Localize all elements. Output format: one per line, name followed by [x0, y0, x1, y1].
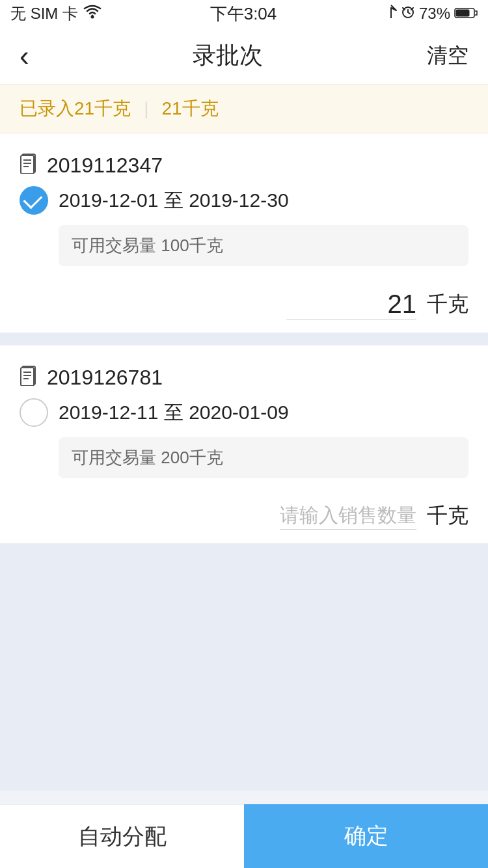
quantity-unit-2: 千克 [427, 502, 468, 530]
batch-radio-1[interactable] [20, 186, 48, 215]
quantity-unit-1: 千克 [427, 290, 468, 319]
sim-status: 无 SIM 卡 [10, 3, 78, 24]
alarm-icon [401, 5, 415, 23]
recorded-label: 已录入21千克 [20, 96, 131, 121]
batch-header-1: 2019112347 [20, 153, 468, 178]
clear-button[interactable]: 清空 [427, 42, 468, 70]
status-bar-right: 73% [385, 5, 478, 23]
total-label: 21千克 [161, 96, 218, 121]
battery-icon [454, 5, 478, 23]
batch-header-2: 2019126781 [20, 365, 468, 390]
quantity-row-1: 21 千克 [0, 279, 488, 319]
nav-bar: ‹ 录批次 清空 [0, 27, 488, 85]
location-icon [385, 5, 397, 23]
summary-bar: 已录入21千克 | 21千克 [0, 85, 488, 133]
batch-date-2: 2019-12-11 至 2020-01-09 [59, 400, 289, 426]
status-bar-left: 无 SIM 卡 [10, 3, 102, 24]
batch-doc-icon-1 [20, 153, 40, 178]
svg-rect-3 [455, 10, 469, 17]
batch-doc-icon-2 [20, 365, 40, 390]
batch-date-row-2[interactable]: 2019-12-11 至 2020-01-09 [20, 398, 468, 427]
quantity-input-underline-2[interactable]: 请输入销售数量 [280, 502, 416, 530]
batch-card-1: 2019112347 2019-12-01 至 2019-12-30 可用交易量… [0, 133, 488, 279]
quantity-placeholder-2: 请输入销售数量 [280, 502, 416, 529]
status-bar: 无 SIM 卡 下午3:04 [0, 0, 488, 27]
status-bar-time: 下午3:04 [210, 3, 277, 25]
quantity-underline-1[interactable]: 21 [286, 290, 416, 319]
batch-number-2: 2019126781 [47, 366, 163, 390]
batch-card-2: 2019126781 2019-12-11 至 2020-01-09 可用交易量… [0, 346, 488, 491]
auto-distribute-button[interactable]: 自动分配 [0, 804, 244, 868]
batch-radio-2[interactable] [20, 398, 48, 427]
batch-number-1: 2019112347 [47, 154, 163, 178]
wifi-icon [83, 5, 102, 23]
svg-point-0 [91, 16, 94, 19]
back-button[interactable]: ‹ [20, 42, 29, 70]
nav-title: 录批次 [193, 40, 263, 72]
footer: 自动分配 确定 [0, 804, 488, 868]
confirm-button[interactable]: 确定 [244, 804, 488, 868]
batch-available-1: 可用交易量 100千克 [59, 225, 468, 266]
svg-rect-5 [21, 156, 34, 174]
quantity-value-1: 21 [388, 290, 417, 319]
bottom-empty-area [0, 543, 488, 791]
svg-rect-10 [21, 368, 34, 386]
batch-date-row-1[interactable]: 2019-12-01 至 2019-12-30 [20, 186, 468, 215]
batch-available-2: 可用交易量 200千克 [59, 437, 468, 478]
battery-percent: 73% [419, 5, 450, 23]
quantity-input-row-2: 请输入销售数量 千克 [0, 491, 488, 530]
batch-date-1: 2019-12-01 至 2019-12-30 [59, 187, 289, 214]
summary-divider: | [144, 98, 148, 119]
section-separator [0, 332, 488, 346]
